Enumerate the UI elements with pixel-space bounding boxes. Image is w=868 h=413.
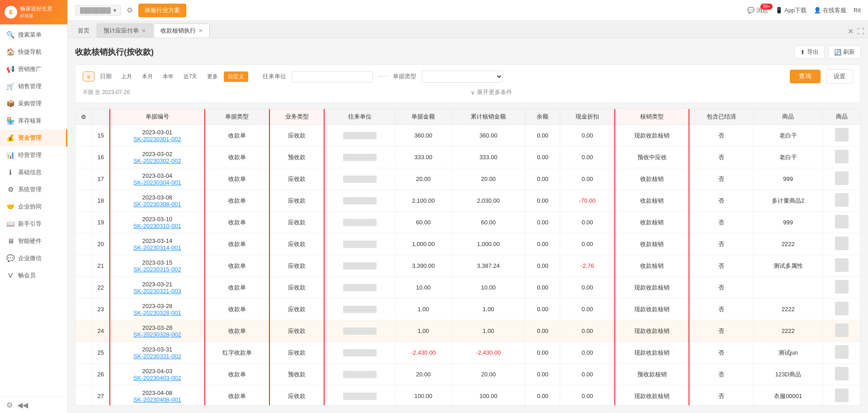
filter-this-year[interactable]: 本年 <box>159 71 178 82</box>
sidebar-label-10: 企业协同 <box>18 203 42 211</box>
th-num <box>92 109 110 125</box>
sidebar-label-4: 采购管理 <box>18 100 42 108</box>
tab-writeoff-close[interactable]: ✕ <box>198 28 203 34</box>
sidebar-icon-10: 🤝 <box>6 203 14 211</box>
cell-bill-no[interactable]: SK-20230310-001 <box>133 223 181 229</box>
sidebar-icon-3: 🛒 <box>6 82 14 90</box>
tab-writeoff[interactable]: 收款核销执行 ✕ <box>154 24 210 38</box>
export-btn[interactable]: ⬆ 导出 <box>794 45 825 59</box>
filter-expand-more-btn[interactable]: ∨ 展开更多条件 <box>471 86 512 98</box>
sidebar-item-3[interactable]: 🛒销售管理 <box>0 78 67 95</box>
filter-custom[interactable]: 自定义 <box>224 71 248 82</box>
cell-bill-amount: -2,430.00 <box>395 342 452 364</box>
cell-counterparty: ████████ <box>324 233 395 255</box>
filter-query-btn[interactable]: 查询 <box>790 70 821 83</box>
sidebar-item-11[interactable]: 📖新手引导 <box>0 215 67 233</box>
cell-biz-type: 应收款 <box>269 299 325 320</box>
th-include-settled: 包含已结清 <box>689 109 753 125</box>
filter-this-month[interactable]: 本月 <box>138 71 157 82</box>
sidebar-item-8[interactable]: ℹ基础信息 <box>0 164 67 181</box>
app-icon: 📱 <box>775 7 783 14</box>
sidebar-item-1[interactable]: 🏠快捷导航 <box>0 43 67 61</box>
cell-biz-type: 应收款 <box>269 320 325 342</box>
filter-settings-btn[interactable]: 设置 <box>826 69 853 84</box>
cell-writeoff-type: 收款核销 <box>615 233 689 255</box>
cell-settings <box>75 190 92 212</box>
cell-bill-no[interactable]: SK-20230315-002 <box>133 266 181 273</box>
filter-7days[interactable]: 近7天 <box>179 71 202 82</box>
tab-payable-label: 预计应应付单 <box>104 27 139 35</box>
collapse-icon[interactable]: ◀◀ <box>17 401 28 409</box>
filter-more[interactable]: 更多 <box>203 71 222 82</box>
online-service-btn[interactable]: 👤 在线客服 <box>814 6 846 14</box>
cell-writeoff-amount: 360.00 <box>452 125 525 147</box>
filter-bill-type-select[interactable] <box>422 71 503 83</box>
cell-biz-type: 应收款 <box>269 277 325 299</box>
tab-home[interactable]: 首页 <box>71 24 96 38</box>
cell-bill-no[interactable]: SK-20230314-001 <box>133 244 181 251</box>
user-menu[interactable]: Rit <box>854 7 861 14</box>
cell-bill-type: 收款单 <box>205 212 269 233</box>
table-row: 25 2023-03-31SK-20230331-002 红字收款单 应收款 █… <box>75 342 860 364</box>
sidebar-item-14[interactable]: V畅会员 <box>0 267 67 284</box>
page-header: 收款核销执行(按收款) ⬆ 导出 🔄 刷新 <box>75 45 861 59</box>
filter-expand-btn[interactable]: » <box>83 71 94 81</box>
th-counterparty: 往来单位 <box>324 109 395 125</box>
sidebar-item-13[interactable]: 💬企业微信 <box>0 250 67 267</box>
cell-product2 <box>823 255 860 277</box>
close-all-icon[interactable]: ✕ <box>848 27 854 36</box>
messages-btn[interactable]: 💬 消息 99+ <box>747 6 768 14</box>
gear-icon[interactable]: ⚙ <box>127 6 133 14</box>
cell-product: 测试jun <box>754 342 823 364</box>
workspace-selector[interactable]: ████████ ▾ <box>75 5 121 16</box>
cell-bill-no[interactable]: SK-20230328-001 <box>133 309 181 316</box>
cell-include-settled: 否 <box>689 233 753 255</box>
sidebar-item-5[interactable]: 🏪库存核算 <box>0 112 67 129</box>
cell-bill-no[interactable]: SK-20230301-002 <box>133 136 181 142</box>
industry-btn[interactable]: 体验行业方案 <box>138 4 186 17</box>
refresh-btn[interactable]: 🔄 刷新 <box>828 45 861 59</box>
cell-bill-no[interactable]: SK-20230403-002 <box>133 375 181 381</box>
cell-writeoff-amount: -2,430.00 <box>452 342 525 364</box>
cell-include-settled: 否 <box>689 299 753 320</box>
cell-num: 24 <box>92 320 110 342</box>
cell-bill-no[interactable]: SK-20230308-001 <box>133 201 181 208</box>
cell-writeoff-amount: 1,000.00 <box>452 233 525 255</box>
sidebar-item-9[interactable]: ⚙系统管理 <box>0 181 67 198</box>
cell-product: 老白干 <box>754 147 823 168</box>
cell-bill-no[interactable]: SK-20230408-001 <box>133 396 181 403</box>
sidebar-item-7[interactable]: 📊经营管理 <box>0 147 67 164</box>
cell-bill-type: 收款单 <box>205 364 269 385</box>
cell-product: 老白干 <box>754 125 823 147</box>
sidebar-item-0[interactable]: 🔍搜索菜单 <box>0 26 67 43</box>
cell-bill-no[interactable]: SK-20230328-002 <box>133 331 181 338</box>
cell-bill-no[interactable]: SK-20230302-002 <box>133 157 181 164</box>
sidebar-item-10[interactable]: 🤝企业协同 <box>0 198 67 215</box>
cell-bill-no[interactable]: SK-20230304-001 <box>133 179 181 186</box>
cell-num: 26 <box>92 364 110 385</box>
cell-bill-type: 收款单 <box>205 233 269 255</box>
cell-product: 2222 <box>754 299 823 320</box>
cell-bill-no[interactable]: SK-20230331-002 <box>133 353 181 360</box>
sidebar-item-4[interactable]: 📦采购管理 <box>0 95 67 112</box>
app-sub: 标推版 <box>20 13 52 19</box>
cell-biz-type: 预收款 <box>269 147 325 168</box>
sidebar-item-12[interactable]: 🖥智能硬件 <box>0 233 67 250</box>
cell-counterparty: ████████ <box>324 385 395 406</box>
workspace-text: ████████ <box>80 7 111 14</box>
cell-bill-no[interactable]: SK-20230321-003 <box>133 288 181 294</box>
sidebar-item-6[interactable]: 💰资金管理 <box>0 129 67 147</box>
filter-last-month[interactable]: 上月 <box>117 71 136 82</box>
maximize-icon[interactable]: ⛶ <box>857 28 864 36</box>
app-download-btn[interactable]: 📱 App下载 <box>775 6 807 14</box>
cell-include-settled: 否 <box>689 212 753 233</box>
sidebar-item-2[interactable]: 📢营销推广 <box>0 61 67 78</box>
topbar-right: 💬 消息 99+ 📱 App下载 👤 在线客服 Rit <box>747 6 861 14</box>
tab-payable-close[interactable]: ✕ <box>142 28 146 34</box>
cell-include-settled: 否 <box>689 320 753 342</box>
th-settings[interactable]: ⚙ <box>75 109 92 125</box>
cell-settings <box>75 320 92 342</box>
tab-payable[interactable]: 预计应应付单 ✕ <box>97 24 153 38</box>
settings-icon[interactable]: ⚙ <box>6 401 13 409</box>
filter-counterparty-input[interactable] <box>292 71 373 82</box>
